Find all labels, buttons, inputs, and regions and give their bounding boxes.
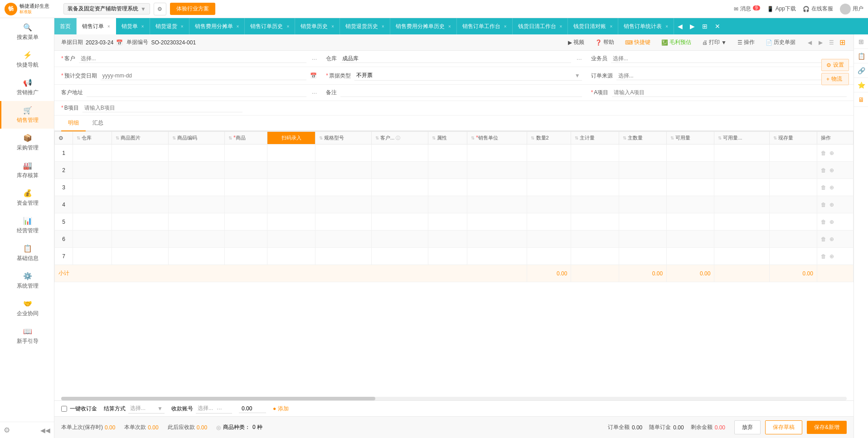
note-input[interactable]	[340, 88, 582, 97]
row-3-property[interactable]	[428, 179, 467, 196]
row-3-image[interactable]	[112, 179, 168, 196]
row-6-image[interactable]	[112, 231, 168, 248]
sidebar-item-inventory[interactable]: 🏭 库存核算	[0, 156, 54, 184]
row-6-customer-code[interactable]	[372, 231, 428, 248]
customer-address-more-button[interactable]: ···	[312, 89, 317, 96]
sidebar-item-marketing[interactable]: 📢 营销推广	[0, 73, 54, 101]
settings-gear-button[interactable]: ⚙	[154, 3, 166, 15]
sidebar-item-guide[interactable]: 📖 新手引导	[0, 322, 54, 350]
col-main-unit-header[interactable]: ⇅ 主计量	[571, 132, 619, 144]
side-panel-btn-5[interactable]: 🖥	[854, 92, 868, 107]
discard-button[interactable]: 放弃	[734, 420, 761, 434]
side-panel-btn-4[interactable]: ⭐	[854, 78, 868, 92]
row-3-copy-button[interactable]: ⊕	[829, 184, 834, 191]
payment-select[interactable]: 选择... ▼	[128, 404, 165, 414]
side-panel-btn-1[interactable]: ⊞	[854, 34, 868, 49]
row-4-scan[interactable]	[267, 196, 315, 213]
row-6-property[interactable]	[428, 231, 467, 248]
sidebar-item-purchase[interactable]: 📦 采购管理	[0, 129, 54, 156]
sidebar-item-base[interactable]: 📋 基础信息	[0, 239, 54, 267]
row-6-current[interactable]	[769, 231, 817, 248]
row-2-customer-code[interactable]	[372, 162, 428, 179]
row-3-main-qty[interactable]	[619, 179, 666, 196]
tab-expense-close[interactable]: ×	[237, 24, 239, 29]
row-2-property[interactable]	[428, 162, 467, 179]
row-1-customer-code[interactable]	[372, 144, 428, 162]
row-4-unit[interactable]	[467, 196, 527, 213]
save-draft-button[interactable]: 保存草稿	[765, 420, 802, 434]
sidebar-settings-button[interactable]: ⚙	[4, 426, 10, 434]
account-select[interactable]: 选择... ···	[196, 404, 232, 414]
a-project-input[interactable]	[612, 88, 847, 97]
sidebar-item-quick-nav[interactable]: ⚡ 快捷导航	[0, 46, 54, 73]
col-available-header[interactable]: ⇅ 可用量	[667, 132, 714, 144]
list-view-button[interactable]: ☰	[827, 38, 836, 47]
row-1-product[interactable]	[225, 144, 267, 162]
row-2-main-qty[interactable]	[619, 162, 666, 179]
trial-button[interactable]: 体验行业方案	[170, 3, 215, 15]
row-7-code[interactable]	[168, 248, 224, 265]
row-7-unit[interactable]	[467, 248, 527, 265]
salesperson-input[interactable]	[611, 54, 836, 63]
row-6-qty2[interactable]	[527, 231, 571, 248]
row-1-code[interactable]	[168, 144, 224, 162]
row-7-scan[interactable]	[267, 248, 315, 265]
row-1-copy-button[interactable]: ⊕	[829, 150, 834, 156]
date-calendar-icon[interactable]: 📅	[116, 39, 123, 46]
row-5-delete-button[interactable]: 🗑	[821, 219, 826, 225]
row-5-image[interactable]	[112, 213, 168, 231]
row-5-product[interactable]	[225, 213, 267, 231]
row-6-unit[interactable]	[467, 231, 527, 248]
row-6-main-qty[interactable]	[619, 231, 666, 248]
tab-sales-order-close[interactable]: ×	[107, 24, 110, 29]
col-current-header[interactable]: ⇅ 现存量	[769, 132, 817, 144]
warehouse-more-button[interactable]: ···	[577, 55, 582, 63]
sidebar-item-operations[interactable]: 📊 经营管理	[0, 212, 54, 239]
customer-more-button[interactable]: ···	[312, 55, 317, 63]
delivery-calendar-icon[interactable]: 📅	[310, 72, 317, 79]
print-button[interactable]: 🖨 打印 ▼	[698, 37, 730, 48]
row-6-available[interactable]	[667, 231, 714, 248]
tab-expense-history[interactable]: 销售费用分摊单历史 ×	[390, 18, 457, 34]
row-5-copy-button[interactable]: ⊕	[829, 219, 834, 225]
logistics-float-button[interactable]: + 物流	[821, 73, 849, 85]
row-1-main-unit[interactable]	[571, 144, 619, 162]
system-selector[interactable]: 装备及固定资产辅助管理系统 ▼	[63, 3, 150, 14]
row-1-scan[interactable]	[267, 144, 315, 162]
col-scan-header[interactable]: 扫码录入	[267, 132, 315, 144]
row-7-product[interactable]	[225, 248, 267, 265]
row-1-qty2[interactable]	[527, 144, 571, 162]
tab-invoice-close[interactable]: ×	[141, 24, 144, 29]
tab-reconcile-close[interactable]: ×	[610, 24, 612, 29]
warehouse-input[interactable]	[340, 54, 571, 63]
row-1-spec[interactable]	[315, 144, 371, 162]
settings-float-button[interactable]: ⚙ 设置	[821, 59, 849, 71]
row-4-available2[interactable]	[714, 196, 769, 213]
col-code-header[interactable]: ⇅ 商品编码	[168, 132, 224, 144]
tab-more-button[interactable]: ⊞	[698, 18, 711, 34]
row-5-unit[interactable]	[467, 213, 527, 231]
row-3-main-unit[interactable]	[571, 179, 619, 196]
row-1-available[interactable]	[667, 144, 714, 162]
row-7-property[interactable]	[428, 248, 467, 265]
row-2-warehouse[interactable]	[73, 162, 112, 179]
b-project-input[interactable]	[82, 104, 242, 112]
order-source-input[interactable]	[616, 72, 836, 80]
row-2-main-unit[interactable]	[571, 162, 619, 179]
row-4-main-unit[interactable]	[571, 196, 619, 213]
row-2-spec[interactable]	[315, 162, 371, 179]
row-5-available2[interactable]	[714, 213, 769, 231]
sidebar-collapse-button[interactable]: ◀◀	[40, 427, 50, 434]
col-property-header[interactable]: ⇅ 属性	[428, 132, 467, 144]
row-3-current[interactable]	[769, 179, 817, 196]
row-3-unit[interactable]	[467, 179, 527, 196]
row-4-code[interactable]	[168, 196, 224, 213]
save-new-button[interactable]: 保存&新增	[807, 421, 847, 434]
tab-daily-clear[interactable]: 钱货日清工作台 ×	[513, 18, 568, 34]
row-4-customer-code[interactable]	[372, 196, 428, 213]
col-unit-header[interactable]: ⇅ *销售单位	[467, 132, 527, 144]
row-4-main-qty[interactable]	[619, 196, 666, 213]
tab-expense-history-close[interactable]: ×	[448, 24, 451, 29]
row-3-spec[interactable]	[315, 179, 371, 196]
tab-return[interactable]: 销货退货 ×	[150, 18, 189, 34]
